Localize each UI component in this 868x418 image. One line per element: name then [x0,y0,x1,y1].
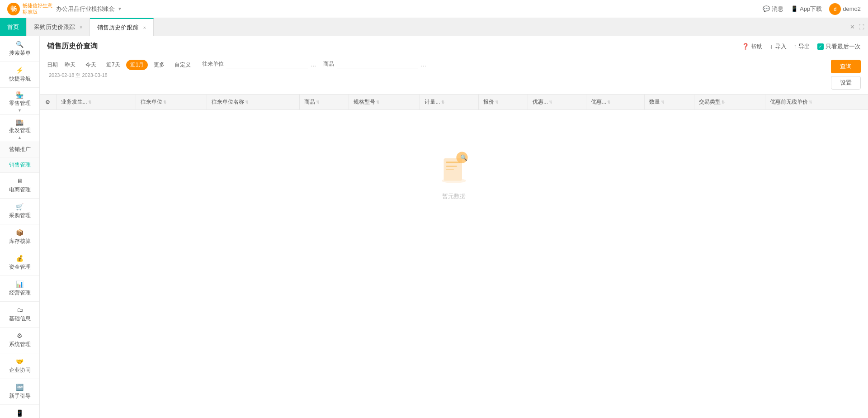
tab-bar-right: ✕ ⛶ [846,18,868,36]
table-col-discount1[interactable]: 优惠...⇅ [528,95,586,110]
retail-icon: 🏪 [16,91,24,99]
quicknav-icon: ⚡ [16,66,24,74]
sort-pretaxprice-icon: ⇅ [809,100,812,104]
table-col-quotedprice[interactable]: 报价⇅ [478,95,528,110]
help-icon: ❓ [742,43,749,50]
sidebar-search-label: 搜索菜单 [9,49,31,57]
counterparty-input[interactable] [226,60,308,68]
table-header-row: ⚙ 业务发生...⇅ 往来单位⇅ 往来单位名称⇅ 商品⇅ [40,95,868,110]
user-menu-button[interactable]: d demo2 [829,3,861,15]
counterparty-picker-button[interactable]: ... [311,61,316,68]
app-name[interactable]: 办公用品行业模拟账套 ▼ [56,5,122,13]
only-last-checkbox[interactable]: ✓ [817,43,824,50]
empty-state: 🔍 暂元数据 [40,110,868,237]
import-button[interactable]: ↓ 导入 [770,43,787,51]
tab-purchase-label: 采购历史价跟踪 [34,23,75,31]
message-button[interactable]: 💬 消息 [763,5,783,13]
sidebar-item-finance[interactable]: 💰 资金管理 [0,250,39,276]
table-col-product[interactable]: 商品⇅ [300,95,349,110]
sidebar-item-enterprise[interactable]: 🤝 企业协同 [0,353,39,379]
ecommerce-icon: 🖥 [17,177,23,185]
sidebar-quicknav-label: 快捷导航 [9,75,31,83]
sidebar-item-wholesale[interactable]: 🏬 批发管理 ▲ [0,115,39,142]
sidebar-item-marketing[interactable]: 营销推广 [0,142,39,157]
sort-discount1-icon: ⇅ [549,100,552,104]
export-button[interactable]: ↑ 导出 [794,43,811,51]
tab-purchase-history[interactable]: 采购历史价跟踪 × [27,18,90,36]
sidebar-item-guide[interactable]: 🆕 新手引导 [0,379,39,405]
top-bar: 畅 畅捷信好生意 标准版 办公用品行业模拟账套 ▼ 💬 消息 📱 App下载 d… [0,0,868,18]
finance-icon: 💰 [16,255,24,262]
sidebar-item-appcenter[interactable]: 📱 应用中心 [0,405,39,418]
svg-rect-4 [446,169,454,170]
table-col-pretaxprice[interactable]: 优惠前无税单价⇅ [765,95,868,110]
sidebar-purchase-label: 采购管理 [9,212,31,219]
sidebar-item-retail[interactable]: 🏪 零售管理 ▼ [0,88,39,115]
date-chip-today[interactable]: 今天 [81,60,100,70]
table-col-bizdate[interactable]: 业务发生...⇅ [56,95,136,110]
sidebar-item-basic[interactable]: 🗂 基础信息 [0,302,39,328]
table-col-transtype[interactable]: 交易类型⇅ [694,95,765,110]
sort-spec-icon: ⇅ [376,100,380,104]
product-label: 商品 [323,60,334,68]
table-col-settings[interactable]: ⚙ [40,95,56,110]
settings-button[interactable]: 设置 [831,76,861,90]
page-header: 销售历史价查询 ❓ 帮助 ↓ 导入 ↑ 导出 ✓ 只看最后一次 [40,36,868,55]
maximize-icon[interactable]: ⛶ [859,24,864,30]
sidebar-ecommerce-label: 电商管理 [9,186,31,194]
sidebar-item-inventory[interactable]: 📦 库存核算 [0,224,39,250]
sidebar-item-sales-mgmt[interactable]: 销售管理 [0,157,39,173]
export-icon: ↑ [794,43,797,50]
table-col-spec[interactable]: 规格型号⇅ [349,95,420,110]
tab-purchase-close[interactable]: × [80,24,82,30]
close-tab-icon[interactable]: ✕ [850,24,855,30]
tab-bar: 首页 采购历史价跟踪 × 销售历史价跟踪 × ✕ ⛶ [0,18,868,36]
counterparty-label: 往来单位 [202,60,224,68]
sidebar-item-system[interactable]: ⚙ 系统管理 [0,328,39,353]
sidebar-operations-label: 经营管理 [9,289,31,297]
date-chip-more[interactable]: 更多 [150,60,169,70]
table-col-counterparty-name[interactable]: 往来单位名称⇅ [207,95,300,110]
table-col-unit[interactable]: 计量...⇅ [420,95,478,110]
sort-discount2-icon: ⇅ [607,100,611,104]
tab-home[interactable]: 首页 [0,18,27,36]
tab-sales-close[interactable]: × [143,25,146,30]
sidebar-item-purchase[interactable]: 🛒 采购管理 [0,199,39,224]
empty-illustration: 🔍 [434,146,474,187]
sidebar-item-operations[interactable]: 📊 经营管理 [0,276,39,302]
sidebar-item-ecommerce[interactable]: 🖥 电商管理 [0,173,39,199]
sidebar-item-quicknav[interactable]: ⚡ 快捷导航 [0,62,39,88]
sidebar-retail-label: 零售管理 [9,100,31,107]
product-input[interactable] [337,60,418,68]
product-filter-group: 商品 ... [323,60,426,68]
logo-area: 畅 畅捷信好生意 标准版 [7,3,52,15]
product-filter-col: 商品 ... [323,60,426,68]
only-last-checkbox-area[interactable]: ✓ 只看最后一次 [817,43,861,51]
table-col-quantity[interactable]: 数量⇅ [645,95,694,110]
appcenter-icon: 📱 [16,409,24,417]
marketing-label: 营销推广 [9,146,31,153]
sidebar: 🔍 搜索菜单 ⚡ 快捷导航 🏪 零售管理 ▼ 🏬 批发管理 ▲ 营销推广 销售管… [0,36,40,418]
table-col-counterparty[interactable]: 往来单位⇅ [136,95,207,110]
sidebar-item-search[interactable]: 🔍 搜索菜单 [0,36,39,62]
product-picker-button[interactable]: ... [421,61,426,68]
date-chip-7days[interactable]: 近7天 [102,60,124,70]
basic-icon: 🗂 [17,306,23,314]
sort-counterparty-icon: ⇅ [163,100,167,104]
tab-sales-history[interactable]: 销售历史价跟踪 × [90,18,153,36]
query-button[interactable]: 查询 [831,60,861,73]
date-chip-yesterday[interactable]: 昨天 [61,60,80,70]
app-download-button[interactable]: 📱 App下载 [791,5,822,13]
table-col-discount2[interactable]: 优惠...⇅ [586,95,645,110]
sales-mgmt-label: 销售管理 [9,161,31,169]
sidebar-finance-label: 资金管理 [9,263,31,271]
date-chip-1month[interactable]: 近1月 [126,60,148,70]
svg-text:🔍: 🔍 [460,154,467,162]
date-chip-custom[interactable]: 自定义 [170,60,195,70]
sidebar-wholesale-label: 批发管理 [9,127,31,134]
action-buttons-col: 查询 设置 [831,60,861,90]
inventory-icon: 📦 [16,229,24,236]
help-button[interactable]: ❓ 帮助 [742,43,763,51]
sidebar-basic-label: 基础信息 [9,315,31,323]
sort-bizdate-icon: ⇅ [88,100,92,104]
